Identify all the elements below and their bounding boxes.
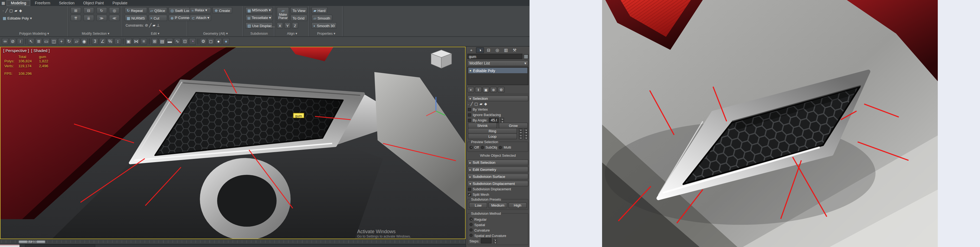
panel-label-subdivision[interactable]: Subdivision [245,31,273,36]
ring-button[interactable]: Ring [468,128,517,134]
polygon-subobject-icon[interactable]: ▰ [480,102,483,106]
remove-modifier-button[interactable]: ⊗ [490,87,497,93]
by-angle-checkbox[interactable] [468,119,471,122]
editable-poly-selector[interactable]: ▦ Editable Poly ▾ [2,14,67,21]
viewport-label[interactable]: [ Perspective ] [ Shaded ] [3,48,49,53]
rollout-selection[interactable]: ▾ Selection [467,95,528,101]
to-grid-button[interactable]: To Grid [291,14,307,21]
ribbon-toggle-icon[interactable]: ▬ [166,38,173,45]
render-setup-icon[interactable]: ⚙ [200,38,207,45]
create-button[interactable]: ⊕Create [213,7,232,14]
rollout-soft-selection[interactable]: ▸ Soft Selection [467,159,528,165]
smooth-button[interactable]: ▱Smooth [311,14,332,21]
spinner-snap-icon[interactable]: ↕ [114,38,121,45]
preview-subobj-radio[interactable] [480,146,484,149]
loop-button[interactable]: Loop [468,134,517,140]
object-color-swatch[interactable] [523,54,528,59]
unlink-selection-icon[interactable]: ⊘ [9,38,16,45]
use-displacement-button[interactable]: ▨Use Displac... [245,22,273,29]
ring-grow-icon[interactable]: ≫ [96,14,107,21]
utilities-tab-icon[interactable]: ⚒ [511,47,519,53]
panel-label-geometry-all[interactable]: Geometry (All) ▾ [189,31,242,36]
select-and-move-icon[interactable]: + [58,38,65,45]
panel-label-polygon-modeling[interactable]: Polygon Modeling ▾ [2,31,67,36]
configure-modifier-sets-button[interactable]: ⚙ [498,87,504,93]
layer-explorer-icon[interactable]: ▤ [159,38,166,45]
viewport-pov-label[interactable]: [ Perspective ] [3,48,29,53]
app-menu-icon[interactable]: ▦ [0,0,6,6]
select-and-link-icon[interactable]: ∞ [2,38,9,45]
border-mode-icon[interactable]: ▢ [9,8,13,12]
select-and-place-icon[interactable]: ◉ [81,38,88,45]
ring-selection-icon[interactable]: ◎ [109,7,120,14]
preview-multi-radio[interactable] [499,146,502,149]
panel-label-properties[interactable]: Properties ▾ [311,31,341,36]
modify-tab-icon[interactable]: ◑ [476,47,484,53]
shrink-selection-icon[interactable]: ⊟ [83,7,94,14]
tessellate-button[interactable]: ⊞Tessellate ▾ [245,14,273,21]
create-tab-icon[interactable]: + [467,47,476,53]
method-spatial-radio[interactable] [469,223,473,226]
constraint-normal-icon[interactable]: ⊥ [156,23,160,27]
lightbulb-icon[interactable]: ● [469,69,471,72]
vertex-subobject-icon[interactable]: ∙ [468,102,469,106]
ribbon-tab-selection[interactable]: Selection [55,0,79,6]
grow-selection-icon[interactable]: ⊞ [70,7,81,14]
border-subobject-icon[interactable]: ▢ [474,102,478,106]
loop-spinner-up[interactable] [519,134,522,140]
relax-button[interactable]: ≈Relax ▾ [189,7,212,14]
ring-shrink-icon[interactable]: ≪ [109,14,120,21]
by-angle-spinner[interactable] [501,118,504,123]
window-crossing-icon[interactable]: ◫ [50,38,57,45]
select-by-name-icon[interactable]: ≣ [35,38,42,45]
subdivision-displacement-checkbox[interactable] [468,188,471,191]
maxscript-mini-listener[interactable] [0,244,19,247]
element-subobject-icon[interactable]: ◆ [484,102,487,106]
by-angle-value-field[interactable] [489,118,499,123]
msmooth-button[interactable]: ▦MSmooth ▾ [245,7,273,14]
loop-shrink-icon[interactable]: ⇊ [83,14,94,21]
rollout-subdivision-displacement[interactable]: ▾ Subdivision Displacement [467,180,528,186]
viewport-shading-label[interactable]: [ Shaded ] [31,48,49,53]
material-editor-icon[interactable]: ◔ [189,38,196,45]
by-vertex-checkbox[interactable] [468,108,471,111]
polygon-mode-icon[interactable]: ▰ [14,8,18,12]
make-planar-button[interactable]: ▱Make Planar [277,7,290,21]
select-and-rotate-icon[interactable]: ↻ [65,38,73,45]
modifier-list-dropdown[interactable]: Modifier List ▾ [467,61,528,66]
element-mode-icon[interactable]: ◆ [19,8,22,12]
display-tab-icon[interactable]: ▥ [502,47,510,53]
ribbon-tab-freeform[interactable]: Freeform [30,0,55,6]
cut-button[interactable]: ×Cut [148,14,167,21]
edge-mode-icon[interactable]: ╱ [5,8,8,12]
nurms-button[interactable]: ▦NURMS [124,14,147,21]
panel-label-align[interactable]: Align ▾ [277,31,307,36]
ring-spinner-up[interactable] [519,128,522,134]
vertex-mode-icon[interactable]: ∙ [3,8,4,12]
pin-stack-button[interactable]: ⌖ [467,87,474,93]
ring-spinner-down[interactable] [524,128,528,134]
rollout-subdivision-surface[interactable]: ▸ Subdivision Surface [467,173,528,179]
curve-editor-icon[interactable]: ∿ [174,38,181,45]
align-y-button[interactable]: Y [284,22,291,29]
steps-spinner[interactable] [493,238,497,244]
method-spatial-curvature-radio[interactable] [469,234,473,237]
preset-high-button[interactable]: High [508,202,527,209]
timeline-track[interactable]: 0 / 100 [0,239,466,244]
ribbon-tab-populate[interactable]: Populate [108,0,132,6]
constraint-none-icon[interactable]: ⊘ [145,23,148,27]
angle-snap-icon[interactable]: ∠ [99,38,106,45]
align-x-button[interactable]: X [277,22,283,29]
ribbon-tab-object-paint[interactable]: Object Paint [79,0,108,6]
preset-low-button[interactable]: Low [469,202,488,209]
preview-off-radio[interactable] [469,146,473,149]
method-regular-radio[interactable] [469,218,473,221]
hierarchy-tab-icon[interactable]: ⊟ [485,47,493,53]
show-end-result-button[interactable]: ‖ [475,87,482,93]
percent-snap-icon[interactable]: % [107,38,114,45]
rendered-frame-window-icon[interactable]: ◻ [207,38,215,45]
snaps-toggle-icon[interactable]: 3 [92,38,99,45]
panel-label-edit[interactable]: Edit ▾ [124,31,186,36]
viewport-perspective[interactable]: [ Perspective ] [ Shaded ] Total gum Pol… [0,47,466,239]
render-iterative-icon[interactable]: ● [223,38,229,45]
